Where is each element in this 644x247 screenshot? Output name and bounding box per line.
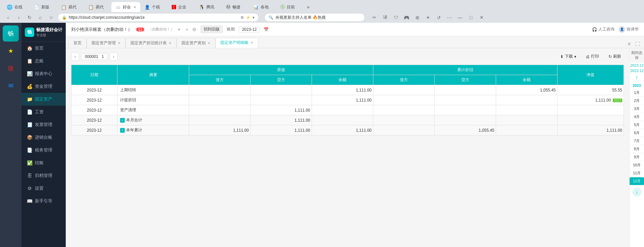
period-month-7[interactable]: 7月 [630, 137, 644, 145]
page-next-btn[interactable]: › [110, 53, 118, 61]
close-all-tabs-btn[interactable]: ✕ [626, 40, 633, 48]
settings-account-icon[interactable]: ⚙ [192, 27, 197, 32]
period-month-8[interactable]: 8月 [630, 145, 644, 153]
browser-tab-2[interactable]: 📄 新版 [30, 2, 57, 12]
sidebar-label-archive: 归档管理 [35, 173, 52, 179]
browser-tab-11[interactable]: Ⓢ 目前 [276, 2, 303, 12]
home-button[interactable]: ⌂ [36, 13, 44, 21]
period-month-4[interactable]: 4月 [630, 113, 644, 121]
forward-button[interactable]: › [15, 13, 23, 21]
sidebar-item-settings[interactable]: ⚙ 设置 [21, 182, 66, 195]
bookmark-button[interactable]: ☆ [47, 13, 55, 21]
sidebar-item-invoice[interactable]: 🧾 发票管理 [21, 118, 66, 131]
sidebar-item-payroll[interactable]: 📄 工资 [21, 106, 66, 118]
browser-tab-7[interactable]: 🅲 企业 [168, 2, 195, 12]
sidebar-item-stockledger[interactable]: 📦 进销台账 [21, 131, 66, 144]
period-down-btn[interactable]: ↓ [632, 187, 642, 197]
new-tab-button[interactable]: + [304, 3, 313, 12]
tab-depreciation-stats[interactable]: 固定资产折旧统计表 ✕ [125, 38, 176, 48]
period-month-5[interactable]: 5月 [630, 121, 644, 129]
history-icon[interactable]: ↺ [435, 13, 443, 21]
cell-balance-1-4 [312, 115, 373, 125]
sidebar-item-reports[interactable]: 📊 报表中心 [21, 67, 66, 80]
calendar-icon[interactable]: 📅 [264, 27, 269, 32]
period-month-1[interactable]: 1月 [630, 89, 644, 97]
browser-tab-8[interactable]: 🐧 腾讯 [195, 2, 222, 12]
period-month-9[interactable]: 9月 [630, 153, 644, 161]
maximize-button[interactable]: □ [467, 13, 475, 21]
browser-tab-10[interactable]: 📊 各地 [249, 2, 276, 12]
browser-tab-4[interactable]: 📋 易代 [84, 2, 111, 12]
translate-icon[interactable]: 译 [381, 13, 389, 21]
period-month-10[interactable]: 10月 [630, 161, 644, 169]
expand-tabs-btn[interactable]: ⛶ [634, 40, 641, 48]
sidebar-item-close-period[interactable]: ✅ 结账 [21, 157, 66, 169]
print-btn[interactable]: 🖨 打印 [583, 52, 602, 61]
period-month-12[interactable]: 12月 [630, 177, 644, 185]
user-menu[interactable]: 👤 徐译华 [619, 26, 639, 33]
search-bar[interactable]: 🔍 央视更新主持人名单 🔥热搜 [264, 13, 365, 22]
close-window-button[interactable]: ✕ [478, 13, 486, 21]
help-btn[interactable]: 🎧 人工咨询 [592, 26, 614, 32]
tab-close-asset-detail-ledger[interactable]: ✕ [251, 41, 253, 45]
brightness-icon[interactable]: ☀ [424, 13, 432, 21]
tab-asset-detail-ledger[interactable]: 固定资产明细账 ✕ [215, 38, 258, 48]
sidebar-label-invoice: 发票管理 [35, 122, 52, 128]
app-icon-mail[interactable]: ✉ [3, 78, 19, 94]
shield-icon[interactable]: 🛡 [392, 13, 400, 21]
reload-button[interactable]: ↻ [25, 13, 34, 21]
browser-tab-9[interactable]: Ⓜ 畅捷 [222, 2, 249, 12]
period-month-2[interactable]: 2月 [630, 97, 644, 105]
cell-credit-1-2 [250, 95, 312, 105]
tab-fixed-assets-manage[interactable]: 固定资产管理 ✕ [87, 38, 125, 48]
switch-version-btn[interactable]: 切到旧版 [201, 25, 223, 33]
refresh-btn[interactable]: ↻ 刷新 [606, 52, 624, 61]
tab-close-fixed-assets-manage[interactable]: ✕ [118, 41, 120, 45]
sidebar-item-funds[interactable]: 💰 资金管理 [21, 80, 66, 93]
period-year[interactable]: 2023 [630, 82, 644, 89]
minimize-button[interactable]: — [456, 13, 464, 21]
tab-close-asset-category[interactable]: ✕ [208, 41, 210, 45]
period-up-btn[interactable]: ↑ [630, 73, 644, 82]
period-month-11[interactable]: 11月 [630, 169, 644, 177]
lock-icon: 🔒 [62, 15, 67, 20]
app-icon-weibo[interactable]: 微 [3, 60, 19, 76]
sidebar-item-archive[interactable]: 🗄 归档管理 [21, 169, 66, 182]
sidebar-label-settings: 设置 [35, 185, 44, 191]
cell-net-4 [557, 115, 624, 125]
main-content: ‹ 000001 1 › ⬇ 下载 ▾ [66, 48, 644, 247]
tab-close-depreciation-stats[interactable]: ✕ [169, 41, 171, 45]
sidebar-item-guide[interactable]: 📖 新手引导 [21, 195, 66, 207]
more-icon[interactable]: ⋯ [445, 13, 453, 21]
page-prev-btn[interactable]: ‹ [71, 53, 79, 61]
tab-home[interactable]: 首页 [68, 38, 87, 48]
add-account-icon[interactable]: + [185, 27, 188, 32]
sidebar-item-fixed-assets[interactable]: 📁 固定资产 [21, 93, 66, 106]
period-month-6[interactable]: 6月 [630, 129, 644, 137]
tab-asset-detail-ledger-label: 固定资产明细账 [220, 40, 249, 46]
tab-label-6: 个税 [152, 4, 160, 10]
scissors-icon[interactable]: ✂ [370, 13, 378, 21]
tab-asset-category[interactable]: 固定资产类别 ✕ [176, 38, 215, 48]
back-button[interactable]: ‹ [4, 13, 12, 21]
chanjet-logo: 畅 [8, 29, 14, 38]
url-bar[interactable]: 🔒 https://cloud.chanjet.com/accounting/u… [58, 13, 259, 22]
sidebar-item-home[interactable]: 🏠 首页 [21, 42, 66, 55]
tab-close-5[interactable]: ✕ [133, 5, 136, 9]
cell-debit-2-1 [373, 85, 434, 95]
download-btn[interactable]: ⬇ 下载 ▾ [557, 52, 579, 61]
app-header: 刘小艳演示账套（勿删勿动！） 11 （勿删勿动！） ▾ + ⚙ 切到旧版 账期 … [66, 23, 644, 36]
game-icon[interactable]: 🎮 [402, 13, 411, 21]
app-icon-star[interactable]: ★ [3, 43, 19, 59]
grid-icon[interactable]: ⊞ [413, 13, 421, 21]
sidebar-item-ledger[interactable]: 📋 总账 [21, 55, 66, 67]
browser-tab-1[interactable]: 🌐 在线 [3, 2, 30, 12]
table-row: 2023-12 资产清理 1,111.00 [71, 105, 624, 115]
browser-tab-5[interactable]: ☁️ 好会 ✕ [111, 2, 140, 12]
app-icon-chanjet[interactable]: 畅 [3, 25, 19, 42]
sidebar-item-tax[interactable]: 📑 税务管理 [21, 144, 66, 157]
period-value[interactable]: 2023-12 [239, 26, 260, 33]
browser-tab-6[interactable]: 👤 个税 [141, 2, 167, 12]
period-month-3[interactable]: 3月 [630, 105, 644, 113]
browser-tab-3[interactable]: 📋 易代 [57, 2, 84, 12]
